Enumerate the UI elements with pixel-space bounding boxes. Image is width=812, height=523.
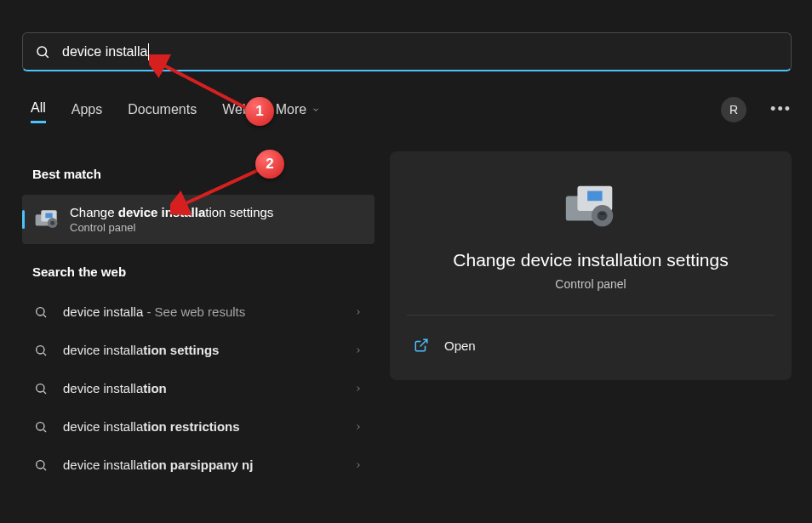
svg-line-16 [43, 468, 46, 470]
svg-line-1 [45, 54, 48, 57]
svg-point-6 [50, 221, 54, 225]
wr3-prefix: device installa [63, 419, 143, 434]
tab-web[interactable]: Web [222, 97, 250, 122]
svg-point-7 [37, 307, 44, 315]
chevron-right-icon [354, 308, 363, 316]
svg-point-9 [37, 345, 44, 353]
search-input-text[interactable]: device installa [62, 44, 148, 60]
preview-title: Change device installation settings [407, 250, 775, 270]
wr1-bold: tion settings [143, 343, 219, 357]
device-settings-icon [34, 208, 60, 230]
search-icon [34, 420, 48, 434]
web-result-text: device installation parsippany nj [63, 458, 354, 472]
tabs-right-group: R ••• [721, 97, 792, 122]
search-icon [35, 44, 50, 60]
user-avatar[interactable]: R [721, 97, 746, 122]
tab-more[interactable]: More [276, 97, 320, 122]
svg-point-0 [37, 47, 47, 56]
search-web-header: Search the web [32, 264, 375, 279]
svg-line-8 [43, 315, 46, 317]
preview-subtitle: Control panel [407, 277, 775, 291]
svg-rect-4 [45, 213, 52, 219]
text-caret [148, 43, 149, 60]
svg-point-11 [37, 384, 44, 391]
chevron-right-icon [354, 346, 363, 355]
best-match-header: Best match [32, 167, 375, 181]
device-settings-large-icon [561, 182, 620, 233]
wr4-prefix: device installa [63, 458, 143, 472]
svg-line-14 [43, 429, 46, 432]
search-bar[interactable]: device installa [22, 32, 792, 71]
wr3-bold: tion restrictions [143, 419, 239, 434]
action-open[interactable]: Open [407, 327, 775, 363]
svg-point-13 [37, 422, 44, 429]
chevron-down-icon [312, 105, 320, 114]
svg-rect-19 [587, 191, 603, 202]
web-result-text: device installation settings [63, 343, 354, 357]
search-icon [34, 305, 48, 319]
best-match-title: Change device installation settings [70, 205, 363, 219]
best-match-result[interactable]: Change device installation settings Cont… [22, 195, 375, 244]
search-icon [34, 382, 48, 395]
tab-documents[interactable]: Documents [128, 97, 197, 122]
tab-apps[interactable]: Apps [71, 97, 102, 122]
action-open-label: Open [444, 338, 476, 353]
best-match-subtitle: Control panel [70, 221, 363, 234]
wr2-bold: tion [143, 381, 167, 395]
preview-divider [407, 315, 775, 316]
tab-more-label: More [276, 102, 306, 117]
results-column: Best match Change device installation se… [22, 153, 375, 484]
svg-line-12 [43, 391, 46, 394]
web-result-text: device installa - See web results [63, 304, 354, 319]
wr0-suffix: - See web results [143, 304, 245, 319]
tabs-row: All Apps Documents Web More R ••• [31, 95, 792, 123]
svg-rect-22 [600, 213, 605, 215]
bm-title-suffix: tion settings [205, 205, 273, 219]
bm-title-prefix: Change [70, 205, 118, 219]
svg-line-23 [420, 339, 427, 346]
chevron-right-icon [354, 461, 363, 469]
web-result-0[interactable]: device installa - See web results [22, 293, 375, 331]
web-result-1[interactable]: device installation settings [22, 331, 375, 369]
wr0-text: device installa [63, 304, 143, 319]
preview-pane: Change device installation settings Cont… [390, 151, 792, 380]
web-result-text: device installation restrictions [63, 419, 354, 434]
search-icon [34, 458, 48, 472]
web-result-3[interactable]: device installation restrictions [22, 407, 375, 446]
open-link-icon [414, 338, 429, 353]
svg-line-10 [43, 353, 46, 355]
web-result-2[interactable]: device installation [22, 369, 375, 407]
bm-title-bold: device installa [118, 205, 206, 219]
svg-point-15 [37, 460, 44, 468]
wr2-prefix: device installa [63, 381, 143, 395]
best-match-text: Change device installation settings Cont… [70, 205, 363, 234]
wr1-prefix: device installa [63, 343, 143, 357]
chevron-right-icon [354, 423, 363, 431]
tab-all[interactable]: All [31, 95, 46, 123]
wr4-bold: tion parsippany nj [143, 458, 253, 472]
search-icon [34, 344, 48, 357]
more-options-icon[interactable]: ••• [770, 100, 792, 118]
svg-point-21 [598, 211, 608, 221]
web-result-4[interactable]: device installation parsippany nj [22, 446, 375, 484]
user-initial: R [729, 103, 738, 117]
web-result-text: device installation [63, 381, 354, 395]
chevron-right-icon [354, 384, 363, 393]
